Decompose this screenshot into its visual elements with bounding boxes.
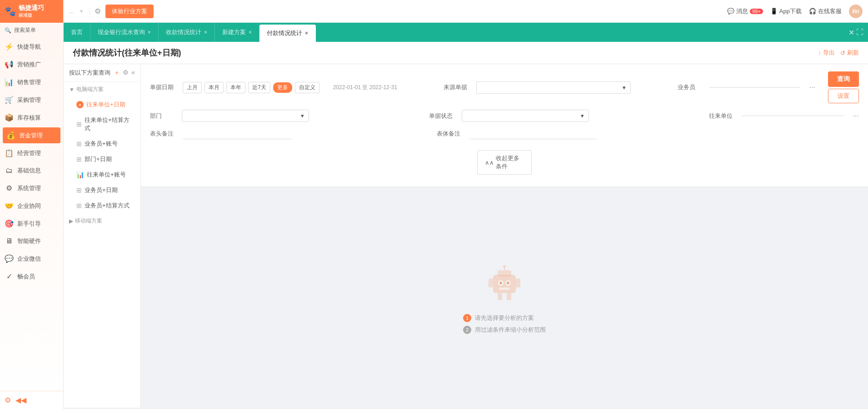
tab-collection-stats[interactable]: 收款情况统计 × [159, 23, 215, 42]
scheme-item-label: 业务员+结算方式 [85, 202, 130, 210]
filter-row-3: 表头备注 表体备注 [150, 128, 859, 139]
doc-status-select[interactable]: ▾ [462, 110, 589, 122]
sidebar-item-operation[interactable]: 📋 经营管理 [0, 144, 63, 162]
scheme-icon-6: ⊞ [76, 202, 82, 209]
page-header: 付款情况统计(往来单位+日期) ↑ 导出 ↺ 刷新 [64, 42, 868, 64]
doc-status-label: 单据状态 [429, 112, 453, 120]
scheme-item-salesman-settle[interactable]: ⊞ 业务员+结算方式 [64, 198, 140, 213]
sidebar-item-quick-nav[interactable]: ⚡ 快捷导航 [0, 38, 63, 56]
trial-btn[interactable]: 体验行业方案 [105, 5, 154, 18]
scheme-item-dept-date[interactable]: ⊞ 部门+日期 [64, 151, 140, 167]
tab-collection-stats-close[interactable]: × [204, 29, 207, 35]
scheme-icon-5: ⊞ [76, 187, 82, 194]
sidebar-item-purchase[interactable]: 🛒 采购管理 [0, 91, 63, 109]
scheme-item-partner-date[interactable]: ● 往来单位+日期 [64, 97, 140, 112]
tip-num-1: 1 [463, 314, 471, 322]
robot-illustration [482, 261, 527, 307]
tab-payment-stats[interactable]: 付款情况统计 × [259, 25, 316, 42]
window-close-btn[interactable]: ✕ [848, 28, 854, 37]
tab-new-scheme[interactable]: 新建方案 × [215, 23, 259, 42]
logo-text: 畅捷通巧 [19, 4, 44, 12]
window-btns: ✕ ⛶ [844, 28, 868, 37]
scheme-collapse-btn[interactable]: « [131, 69, 135, 77]
tip-text-2: 用过滤条件来缩小分析范围 [475, 326, 546, 334]
export-btn[interactable]: ↑ 导出 [818, 49, 835, 57]
dept-select[interactable]: ▾ [182, 110, 309, 122]
avatar[interactable]: Rit [849, 5, 863, 18]
message-label: 消息 [736, 7, 748, 15]
scheme-item-partner-settle[interactable]: ⊞ 往来单位+结算方式 [64, 112, 140, 136]
topbar-settings-icon[interactable]: ⚙ [95, 7, 101, 15]
sidebar-item-hardware[interactable]: 🖥 智能硬件 [0, 232, 63, 250]
vip-icon: ✓ [5, 272, 14, 281]
settings-config-btn[interactable]: 设置 [828, 89, 859, 103]
scheme-item-label: 业务员+日期 [85, 186, 118, 194]
footer-settings-btn[interactable]: ⚙ [5, 396, 11, 404]
search-label: 搜索菜单 [14, 26, 36, 34]
scheme-settings-btn[interactable]: ⚙ [123, 69, 129, 77]
footer-collapse-btn[interactable]: ◀◀ [15, 396, 26, 404]
refresh-btn[interactable]: ↺ 刷新 [840, 49, 859, 57]
scheme-item-salesman-date[interactable]: ⊞ 业务员+日期 [64, 182, 140, 198]
scheme-item-label: 往来单位+结算方式 [85, 116, 135, 132]
tab-home[interactable]: 首页 [64, 23, 90, 42]
sidebar-item-wechat[interactable]: 💬 企业微信 [0, 250, 63, 268]
date-btn-this-month[interactable]: 本月 [205, 82, 224, 93]
source-select[interactable]: ▾ [476, 81, 631, 94]
scheme-group-mobile[interactable]: ▶ 移动端方案 [64, 213, 140, 228]
sidebar-item-sales[interactable]: 📊 销售管理 [0, 73, 63, 91]
date-btn-last-month[interactable]: 上月 [183, 82, 202, 93]
sidebar-item-label: 畅会员 [17, 273, 35, 281]
dept-chevron-icon: ▾ [301, 112, 304, 119]
sidebar-item-marketing[interactable]: 📢 营销推广 [0, 56, 63, 73]
online-service-btn[interactable]: 🎧 在线客服 [809, 7, 842, 15]
topbar: ... ▾ ⚙ 体验行业方案 💬 消息 99+ 📱 App下载 🎧 在线客服 R… [64, 0, 868, 23]
scheme-header-label: 按以下方案查询 [69, 69, 110, 77]
date-btn-more[interactable]: 更多 [273, 82, 292, 93]
page-actions: ↑ 导出 ↺ 刷新 [818, 49, 859, 57]
scheme-item-partner-account[interactable]: 📊 往来单位+账号 [64, 167, 140, 182]
partner-label: 往来单位 [709, 112, 733, 120]
scheme-add-btn[interactable]: ＋ [114, 69, 120, 77]
logo-sub: 标准版 [19, 12, 44, 19]
tab-payment-stats-label: 付款情况统计 [267, 29, 302, 37]
sidebar-item-fund[interactable]: 💰 资金管理 [3, 127, 60, 143]
topbar-right: 💬 消息 99+ 📱 App下载 🎧 在线客服 Rit [727, 5, 863, 18]
sidebar-item-label: 库存核算 [17, 114, 41, 122]
sidebar-item-vip[interactable]: ✓ 畅会员 [0, 268, 63, 285]
sidebar-item-basic[interactable]: 🗂 基础信息 [0, 162, 63, 179]
tab-bank-flow[interactable]: 现金银行流水查询 × [90, 23, 159, 42]
svg-rect-6 [499, 288, 510, 290]
window-maximize-btn[interactable]: ⛶ [856, 28, 863, 37]
sidebar-item-guide[interactable]: 🎯 新手引导 [0, 215, 63, 232]
sidebar-search[interactable]: 🔍 搜索菜单 [0, 23, 63, 38]
quick-nav-icon: ⚡ [5, 42, 14, 51]
sidebar-item-inventory[interactable]: 📦 库存核算 [0, 109, 63, 126]
svg-point-5 [507, 282, 509, 284]
date-label: 单据日期 [150, 83, 174, 91]
date-btn-this-year[interactable]: 本年 [226, 82, 245, 93]
date-btn-7days[interactable]: 近7天 [248, 82, 270, 93]
tab-payment-stats-close[interactable]: × [305, 30, 308, 36]
sidebar-item-system[interactable]: ⚙ 系统管理 [0, 179, 63, 197]
sidebar-nav: ⚡ 快捷导航 📢 营销推广 📊 销售管理 🛒 采购管理 📦 库存核算 💰 资金管… [0, 38, 63, 391]
scheme-item-salesman-account[interactable]: ⊞ 业务员+账号 [64, 136, 140, 151]
app-download-btn[interactable]: 📱 App下载 [770, 7, 802, 15]
tab-collection-stats-label: 收款情况统计 [166, 28, 201, 36]
message-btn[interactable]: 💬 消息 99+ [727, 7, 763, 15]
guide-icon: 🎯 [5, 219, 14, 228]
scheme-group-desktop[interactable]: ▼ 电脑端方案 [64, 82, 140, 97]
active-scheme-icon: ● [76, 101, 84, 108]
tab-bank-flow-close[interactable]: × [148, 29, 151, 35]
empty-state: 1 请先选择要分析的方案 2 用过滤条件来缩小分析范围 [141, 187, 868, 408]
collapse-more-btn[interactable]: ∧∧ 收起更多条件 [477, 150, 532, 175]
topbar-divider [90, 8, 90, 15]
date-btn-custom[interactable]: 自定义 [295, 82, 319, 93]
sidebar-item-enterprise[interactable]: 🤝 企业协同 [0, 197, 63, 215]
partner-dots[interactable]: ··· [853, 112, 859, 120]
date-range: 2022-01-01 至 2022-12-31 [333, 84, 397, 91]
source-label: 来源单据 [444, 83, 467, 91]
query-btn[interactable]: 查询 [828, 71, 859, 87]
tab-new-scheme-close[interactable]: × [249, 29, 252, 35]
salesman-dots[interactable]: ··· [809, 83, 815, 91]
